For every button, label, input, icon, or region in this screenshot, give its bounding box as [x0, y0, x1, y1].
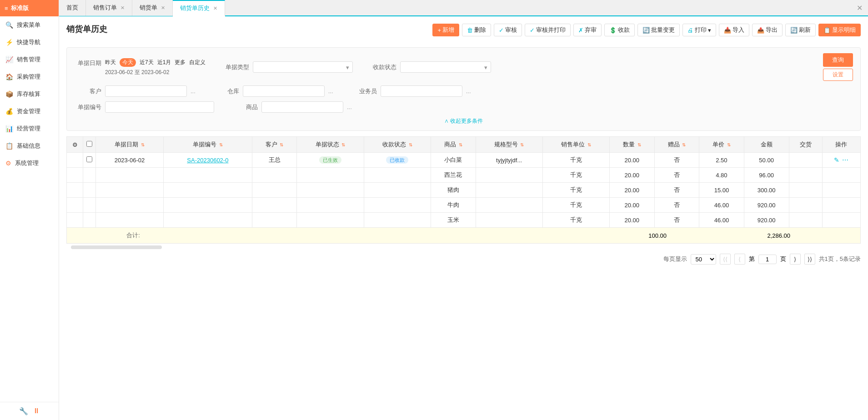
sidebar-item-label: 经营管理: [17, 125, 40, 133]
date-opt-custom[interactable]: 自定义: [189, 59, 206, 66]
doc-no-input[interactable]: [105, 101, 214, 113]
filter-settings-button[interactable]: 设置: [823, 69, 853, 81]
next-page-button[interactable]: ⟩: [790, 254, 801, 265]
approve-print-button[interactable]: ✓ 审核并打印: [525, 24, 571, 36]
col-spec[interactable]: 规格型号 ⇅: [476, 137, 542, 153]
sidebar-item-quick-nav[interactable]: ⚡ 快捷导航: [0, 34, 59, 51]
tab-close-sales-delivery[interactable]: ✕: [161, 5, 165, 11]
sidebar-item-finance[interactable]: 💰 资金管理: [0, 103, 59, 120]
show-detail-button[interactable]: 📋 显示明细: [818, 24, 861, 36]
col-doc-no[interactable]: 单据编号 ⇅: [163, 137, 252, 153]
batch-change-button[interactable]: 🔄 批量变更: [637, 24, 680, 36]
col-settings[interactable]: ⚙: [67, 137, 83, 153]
col-gift[interactable]: 赠品 ⇅: [654, 137, 699, 153]
date-options: 昨天 今天 近7天 近1月 更多 自定义: [105, 58, 206, 67]
sidebar: ≡ 标准版 🔍 搜索菜单 ⚡ 快捷导航 📈 销售管理 🏠 采购管理 📦 库存核算…: [0, 0, 59, 420]
doc-type-input[interactable]: [253, 61, 353, 73]
warehouse-dotdot[interactable]: ...: [328, 88, 333, 95]
batch-change-icon: 🔄: [642, 27, 650, 34]
discard-button[interactable]: ✗ 弃审: [573, 24, 602, 36]
per-page-select[interactable]: 50 100: [691, 254, 716, 265]
date-opt-more[interactable]: 更多: [175, 59, 186, 66]
last-page-button[interactable]: ⟩⟩: [804, 254, 815, 265]
payment-status-input[interactable]: [400, 61, 491, 73]
cell-gift: 否: [654, 213, 699, 228]
date-opt-yesterday[interactable]: 昨天: [105, 59, 116, 66]
sidebar-item-purchase-mgmt[interactable]: 🏠 采购管理: [0, 68, 59, 85]
goods-input[interactable]: [261, 101, 343, 113]
sidebar-item-basic-info[interactable]: 📋 基础信息: [0, 137, 59, 155]
collapse-more-btn[interactable]: ∧ 收起更多条件: [444, 117, 483, 125]
col-pay-status[interactable]: 收款状态 ⇅: [364, 137, 431, 153]
customer-dotdot[interactable]: ...: [191, 88, 196, 95]
col-goods[interactable]: 商品 ⇅: [431, 137, 476, 153]
close-all-tabs-button[interactable]: ✕: [851, 4, 868, 12]
tab-sales-history[interactable]: 销货单历史 ✕: [173, 0, 225, 16]
tab-close-sales-history[interactable]: ✕: [213, 5, 217, 11]
refresh-label: 刷新: [799, 26, 811, 34]
col-date[interactable]: 单据日期 ⇅: [96, 137, 164, 153]
col-checkbox[interactable]: [83, 137, 96, 153]
date-opt-today[interactable]: 今天: [120, 58, 136, 67]
cell-price: 46.00: [699, 213, 744, 228]
sort-doc-status-icon: ⇅: [341, 142, 345, 147]
cell-unit: 千克: [542, 153, 609, 168]
refresh-icon: 🔄: [790, 27, 798, 34]
collect-label: 收款: [618, 26, 630, 34]
system-icon: ⚙: [5, 160, 11, 167]
settings-bottom-icon[interactable]: 🔧: [19, 407, 28, 415]
horizontal-scrollbar[interactable]: [71, 245, 162, 249]
col-qty[interactable]: 数量 ⇅: [610, 137, 655, 153]
row-checkbox[interactable]: [86, 156, 92, 162]
query-button[interactable]: 查询: [823, 53, 853, 67]
select-all-checkbox[interactable]: [86, 141, 92, 147]
cell-checkbox[interactable]: [83, 183, 96, 198]
tab-sales-delivery[interactable]: 销货单 ✕: [132, 0, 173, 16]
cell-checkbox[interactable]: [83, 168, 96, 183]
col-doc-no-label: 单据编号: [193, 141, 216, 148]
date-opt-1month[interactable]: 近1月: [157, 59, 171, 66]
customer-input[interactable]: [105, 85, 187, 97]
show-detail-icon: 📋: [823, 27, 831, 34]
delete-button[interactable]: 🗑 删除: [462, 24, 491, 36]
col-doc-status[interactable]: 单据状态 ⇅: [297, 137, 364, 153]
print-button[interactable]: 🖨 打印 ▾: [682, 24, 716, 36]
tab-close-sales-order[interactable]: ✕: [120, 5, 125, 11]
doc-no-link[interactable]: SA-20230602-0: [187, 157, 228, 164]
col-pay-status-label: 收款状态: [382, 141, 406, 148]
sidebar-item-operations[interactable]: 📊 经营管理: [0, 120, 59, 137]
col-price[interactable]: 单价 ⇅: [699, 137, 744, 153]
tab-home[interactable]: 首页: [59, 0, 86, 16]
cell-checkbox[interactable]: [83, 198, 96, 213]
salesperson-input[interactable]: [381, 85, 462, 97]
sidebar-item-system-mgmt[interactable]: ⚙ 系统管理: [0, 155, 59, 172]
pause-icon[interactable]: ⏸: [33, 407, 40, 415]
sidebar-item-search-menu[interactable]: 🔍 搜索菜单: [0, 16, 59, 34]
warehouse-input[interactable]: [243, 85, 325, 97]
col-customer[interactable]: 客户 ⇅: [252, 137, 297, 153]
page-number-input[interactable]: [758, 255, 777, 264]
cell-checkbox[interactable]: [83, 153, 96, 168]
edit-icon[interactable]: ✎: [834, 156, 839, 164]
date-opt-7days[interactable]: 近7天: [140, 59, 154, 66]
cell-qty: 20.00: [610, 198, 655, 213]
tab-sales-order[interactable]: 销售订单 ✕: [86, 0, 132, 16]
import-button[interactable]: 📥 导入: [719, 24, 749, 36]
export-button[interactable]: 📤 导出: [752, 24, 783, 36]
refresh-button[interactable]: 🔄 刷新: [785, 24, 816, 36]
cell-checkbox[interactable]: [83, 213, 96, 228]
more-icon[interactable]: ⋯: [842, 156, 848, 164]
cell-delivery: [789, 183, 822, 198]
collect-button[interactable]: 💲 收款: [604, 24, 635, 36]
sidebar-item-inventory[interactable]: 📦 库存核算: [0, 85, 59, 103]
sidebar-item-sales-mgmt[interactable]: 📈 销售管理: [0, 51, 59, 68]
col-unit[interactable]: 销售单位 ⇅: [542, 137, 609, 153]
goods-dotdot[interactable]: ...: [347, 104, 352, 110]
salesperson-dotdot[interactable]: ...: [466, 88, 471, 95]
first-page-button[interactable]: ⟨⟨: [720, 254, 731, 265]
prev-page-button[interactable]: ⟨: [734, 254, 745, 265]
approve-button[interactable]: ✓ 审核: [494, 24, 522, 36]
new-button[interactable]: + 新增: [432, 24, 459, 36]
cell-date: 2023-06-02: [96, 153, 164, 168]
col-action-label: 操作: [835, 141, 847, 148]
